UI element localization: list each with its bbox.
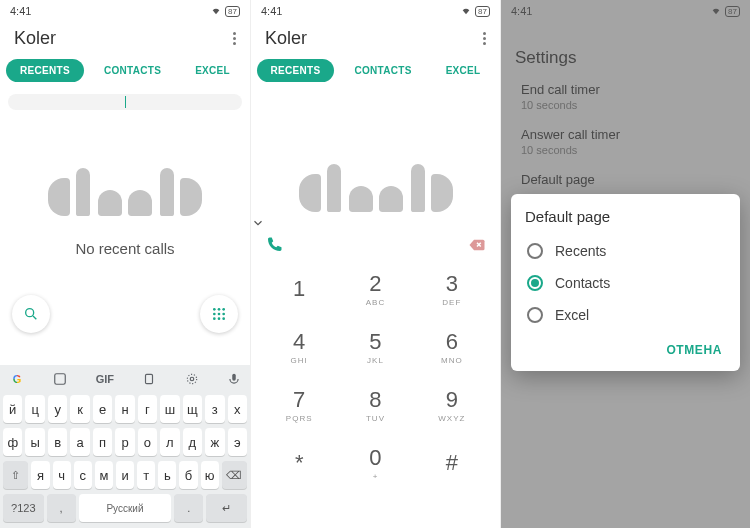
period-key[interactable]: . (174, 494, 203, 522)
mic-icon[interactable] (227, 372, 241, 386)
keyboard-row-1: й ц у к е н г ш щ з х (3, 395, 247, 423)
svg-point-7 (222, 313, 225, 316)
key[interactable]: н (115, 395, 134, 423)
key[interactable]: и (116, 461, 134, 489)
svg-point-9 (218, 317, 221, 320)
space-key[interactable]: Русский (79, 494, 172, 522)
tab-contacts[interactable]: CONTACTS (340, 59, 425, 82)
dialog-title: Default page (525, 208, 726, 225)
dial-key-9[interactable]: 9WXYZ (414, 380, 490, 430)
call-button[interactable] (265, 236, 283, 254)
overflow-menu-button[interactable] (233, 32, 236, 45)
key[interactable]: т (137, 461, 155, 489)
key[interactable]: й (3, 395, 22, 423)
key[interactable]: у (48, 395, 67, 423)
dial-input-row (251, 230, 500, 256)
battery-icon: 87 (475, 6, 490, 17)
tab-recents[interactable]: RECENTS (257, 59, 335, 82)
screen-recents: 4:41 87 Koler RECENTS CONTACTS EXCEL No … (0, 0, 250, 528)
dial-key-7[interactable]: 7PQRS (261, 380, 337, 430)
wifi-icon (461, 6, 471, 16)
radio-option-excel[interactable]: Excel (525, 299, 726, 331)
keyboard-row-3: ⇧ я ч с м и т ь б ю ⌫ (3, 461, 247, 489)
shift-key[interactable]: ⇧ (3, 461, 28, 489)
cancel-button[interactable]: ОТМЕНА (662, 337, 726, 363)
svg-point-2 (213, 308, 216, 311)
key[interactable]: п (93, 428, 112, 456)
dial-key-0[interactable]: 0+ (337, 438, 413, 488)
key[interactable]: ь (158, 461, 176, 489)
screen-settings-dialog: 4:41 87 Settings End call timer 10 secon… (500, 0, 750, 528)
dial-backspace[interactable] (468, 236, 486, 254)
radio-option-contacts[interactable]: Contacts (525, 267, 726, 299)
status-icons: 87 (211, 6, 240, 17)
dial-key-1[interactable]: 1 (261, 264, 337, 314)
key[interactable]: х (228, 395, 247, 423)
dialpad-button[interactable] (200, 295, 238, 333)
dial-key-2[interactable]: 2ABC (337, 264, 413, 314)
key[interactable]: г (138, 395, 157, 423)
svg-rect-11 (55, 374, 66, 385)
radio-icon (527, 307, 543, 323)
enter-key[interactable]: ↵ (206, 494, 247, 522)
titlebar: Koler (251, 22, 500, 51)
key[interactable]: з (205, 395, 224, 423)
google-icon[interactable]: G (9, 371, 25, 387)
tab-excel[interactable]: EXCEL (181, 59, 244, 82)
key[interactable]: с (74, 461, 92, 489)
key[interactable]: ц (25, 395, 44, 423)
tab-excel[interactable]: EXCEL (432, 59, 495, 82)
dial-key-8[interactable]: 8TUV (337, 380, 413, 430)
key[interactable]: щ (183, 395, 202, 423)
key[interactable]: р (115, 428, 134, 456)
key[interactable]: б (179, 461, 197, 489)
key[interactable]: к (70, 395, 89, 423)
tab-contacts[interactable]: CONTACTS (90, 59, 175, 82)
key[interactable]: ж (205, 428, 224, 456)
key[interactable]: о (138, 428, 157, 456)
dial-key-3[interactable]: 3DEF (414, 264, 490, 314)
dial-key-5[interactable]: 5JKL (337, 322, 413, 372)
sticker-icon[interactable] (53, 372, 67, 386)
key[interactable]: ф (3, 428, 22, 456)
dial-key-6[interactable]: 6MNO (414, 322, 490, 372)
titlebar: Koler (0, 22, 250, 51)
gear-icon[interactable] (185, 372, 199, 386)
clipboard-icon[interactable] (142, 372, 156, 386)
key[interactable]: ю (201, 461, 219, 489)
dial-key-hash[interactable]: # (414, 438, 490, 488)
dial-key-star[interactable]: * (261, 438, 337, 488)
key[interactable]: ч (53, 461, 71, 489)
svg-point-13 (190, 377, 194, 381)
key[interactable]: в (48, 428, 67, 456)
status-bar: 4:41 87 (251, 0, 500, 22)
comma-key[interactable]: , (47, 494, 76, 522)
key[interactable]: м (95, 461, 113, 489)
svg-rect-12 (146, 374, 153, 383)
key[interactable]: э (228, 428, 247, 456)
search-input[interactable] (8, 94, 242, 110)
keyboard-row-2: ф ы в а п р о л д ж э (3, 428, 247, 456)
search-button[interactable] (12, 295, 50, 333)
key[interactable]: ы (25, 428, 44, 456)
key[interactable]: ш (160, 395, 179, 423)
collapse-chevron[interactable] (251, 216, 500, 230)
key[interactable]: я (31, 461, 49, 489)
key[interactable]: а (70, 428, 89, 456)
gif-button[interactable]: GIF (96, 373, 114, 385)
key[interactable]: д (183, 428, 202, 456)
dial-key-4[interactable]: 4GHI (261, 322, 337, 372)
radio-option-recents[interactable]: Recents (525, 235, 726, 267)
dialpad-icon (211, 306, 227, 322)
radio-icon (527, 275, 543, 291)
key[interactable]: л (160, 428, 179, 456)
tabs: RECENTS CONTACTS EXCEL (0, 51, 250, 92)
overflow-menu-button[interactable] (483, 32, 486, 45)
key[interactable]: е (93, 395, 112, 423)
tab-recents[interactable]: RECENTS (6, 59, 84, 82)
backspace-key[interactable]: ⌫ (222, 461, 247, 489)
symbols-key[interactable]: ?123 (3, 494, 44, 522)
svg-line-1 (33, 316, 36, 319)
keyboard-row-4: ?123 , Русский . ↵ (3, 494, 247, 522)
status-bar: 4:41 87 (0, 0, 250, 22)
